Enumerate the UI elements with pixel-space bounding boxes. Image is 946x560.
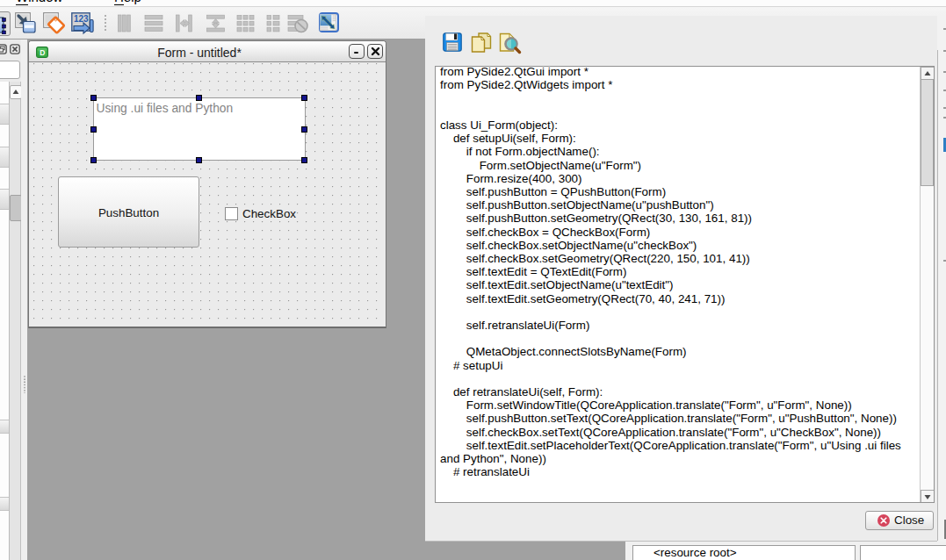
svg-text:123: 123 bbox=[74, 14, 89, 24]
